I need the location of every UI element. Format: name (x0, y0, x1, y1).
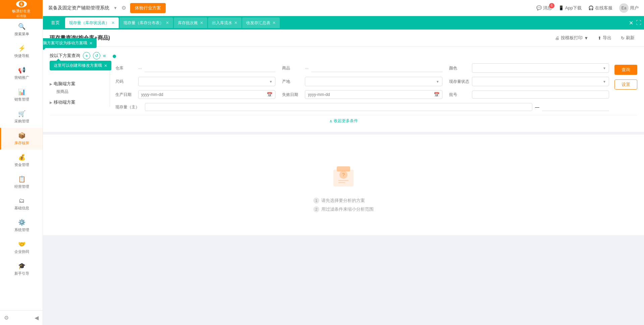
batch-input[interactable] (472, 91, 609, 99)
expire-date-input[interactable]: 📅 (305, 90, 442, 99)
system-title: 装备及固定资产辅助管理系统 (48, 5, 109, 11)
sidebar-item-operation[interactable]: 📋 经营管理 (0, 171, 43, 193)
sidebar-item-coop[interactable]: 🤝 企业协同 (0, 236, 43, 258)
sidebar-logo: 6 畅通好生意 标准版 (0, 0, 43, 19)
tab-inventory-status-close[interactable]: ✕ (111, 20, 115, 25)
tab-summary-close[interactable]: ✕ (272, 20, 276, 25)
sidebar-item-quick[interactable]: ⚡ 快捷导航 (0, 41, 43, 62)
product-value[interactable] (311, 64, 442, 72)
expire-date-field[interactable] (308, 92, 433, 97)
origin-select[interactable]: ▼ (305, 77, 442, 86)
tip-text-2: 用过滤条件来缩小分析范围 (321, 205, 374, 214)
collapse-sidebar-icon[interactable]: ◀ (35, 315, 39, 321)
tooltip2-text: 这里可以创建和修改方案哦 (54, 63, 102, 68)
svg-text:?: ? (342, 172, 345, 177)
size-select[interactable]: ▼ (138, 77, 275, 86)
tab-inout-flow[interactable]: 出入库流水 ✕ (208, 17, 241, 28)
sidebar-item-marketing[interactable]: 📢 营销推广 (0, 62, 43, 84)
sales-icon: 📊 (18, 88, 25, 96)
reset-button[interactable]: 设置 (614, 79, 637, 90)
stock-max-input[interactable] (542, 103, 609, 111)
export-button[interactable]: ⬆ 导出 (595, 34, 614, 42)
warehouse-value[interactable] (145, 64, 275, 72)
message-badge: 6 (549, 3, 554, 8)
filter-edit-button[interactable]: ↺ (93, 52, 100, 59)
basic-icon: 🗂 (19, 197, 25, 204)
user-label: 用户 (630, 5, 639, 11)
tab-inventory-dist[interactable]: 现存量（库存分布表） ✕ (119, 17, 173, 28)
collapse-up-icon: ∧ (329, 119, 332, 123)
expire-date-calendar-icon[interactable]: 📅 (434, 92, 439, 97)
stock-status-filter: 现存量状态 ▼ (449, 77, 609, 86)
sidebar-item-purchase[interactable]: 🛒 采购管理 (0, 106, 43, 128)
tab-inventory-status[interactable]: 现存量（库存状况表） ✕ (65, 17, 119, 28)
warehouse-dots[interactable]: ··· (138, 66, 142, 71)
sidebar-item-basic[interactable]: 🗂 基础信息 (0, 193, 43, 215)
online-service-button[interactable]: 🎧 在线客服 (588, 5, 612, 11)
produce-date-calendar-icon[interactable]: 📅 (267, 92, 272, 97)
settings-gear-icon[interactable]: ⚙ (4, 315, 9, 321)
header-settings-icon[interactable]: ⚙ (121, 5, 126, 11)
tooltip1-close[interactable]: ✕ (89, 41, 93, 46)
scheme-mobile-item[interactable]: ▶ 移动端方案 (50, 98, 106, 107)
produce-date-input[interactable]: 📅 (138, 90, 275, 99)
collapse-label: 收起更多条件 (334, 118, 358, 124)
filter-add-button[interactable]: + (83, 52, 90, 59)
color-dropdown-icon: ▼ (603, 66, 606, 70)
tab-inventory-dist-label: 现存量（库存分布表） (123, 20, 164, 26)
top-header: 装备及固定资产辅助管理系统 ▼ ⚙ 体验行业方案 💬 消息 6 📱 App下载 … (43, 0, 644, 16)
scheme-desktop-item[interactable]: ▶ 电脑端方案 (50, 79, 106, 88)
origin-dropdown-icon: ▼ (436, 80, 439, 84)
tab-close-all-icon[interactable]: ✕ (629, 20, 633, 26)
stock-min-input[interactable] (145, 103, 532, 111)
filter-fields: 仓库 ··· 商品 ··· 颜色 (115, 63, 609, 112)
header-right: 💬 消息 6 📱 App下载 🎧 在线客服 Ea 用户 (536, 3, 639, 13)
tooltip1-text: 电脑方案可设为移动方案哦 (43, 40, 87, 46)
trial-button[interactable]: 体验行业方案 (130, 3, 166, 13)
filter-row1: 仓库 ··· 商品 ··· 颜色 (115, 63, 609, 73)
tab-batch-ledger[interactable]: 库存批次账 ✕ (174, 17, 207, 28)
scheme-mobile-name: 移动端方案 (54, 99, 75, 105)
print-label: 按模板打印 (561, 35, 583, 41)
tab-inventory-dist-close[interactable]: ✕ (166, 20, 169, 25)
system-dropdown-icon[interactable]: ▼ (113, 6, 117, 10)
sidebar-item-sales[interactable]: 📊 销售管理 (0, 84, 43, 106)
size-dropdown-icon: ▼ (269, 80, 272, 84)
sidebar-item-system[interactable]: ⚙️ 系统管理 (0, 215, 43, 236)
produce-date-field[interactable] (141, 92, 267, 97)
tooltip-desktop-scheme: 电脑方案可设为移动方案哦 ✕ (43, 38, 97, 48)
tooltip2-close[interactable]: ✕ (104, 63, 107, 68)
empty-state: ? 1 请先选择要分析的方案 2 用过滤条件来缩小分析范围 (43, 134, 644, 235)
print-button[interactable]: 🖨 按模板打印 ▼ (552, 34, 591, 42)
app-download-button[interactable]: 📱 App下载 (558, 5, 582, 11)
message-button[interactable]: 💬 消息 6 (536, 5, 552, 11)
color-label: 颜色 (449, 65, 469, 71)
empty-tip-2: 2 用过滤条件来缩小分析范围 (313, 205, 374, 214)
tab-home[interactable]: 首页 (46, 16, 65, 30)
filter-row4: 现存量（主） — (115, 103, 609, 111)
user-menu[interactable]: Ea 用户 (619, 3, 639, 13)
tab-expand-icon[interactable]: ⛶ (636, 20, 641, 26)
sidebar-item-search[interactable]: 🔍 搜索菜单 (0, 19, 43, 41)
scheme-desktop-sub[interactable]: 按商品 (56, 88, 106, 95)
refresh-button[interactable]: ↻ 刷新 (618, 34, 637, 42)
scheme-tree: ▶ 电脑端方案 按商品 ▶ 移动端方案 (50, 79, 106, 107)
tab-batch-ledger-close[interactable]: ✕ (200, 20, 203, 25)
stock-status-select[interactable]: ▼ (472, 77, 609, 86)
sidebar-item-inventory[interactable]: 📦 库存核算 (0, 128, 43, 150)
connector-dot (113, 55, 116, 58)
product-dots[interactable]: ··· (305, 66, 309, 71)
headset-icon: 🎧 (588, 5, 594, 10)
tab-inout-flow-close[interactable]: ✕ (234, 20, 237, 25)
coop-icon: 🤝 (18, 240, 25, 248)
filter-arrow-left[interactable]: « (103, 53, 106, 59)
content-area: 现存量查询(按仓库+商品) 🖨 按模板打印 ▼ ⬆ 导出 ↻ 刷新 (43, 30, 644, 325)
sidebar-item-label-quick: 快捷导航 (14, 53, 29, 58)
color-select[interactable]: ▼ (472, 63, 609, 73)
collapse-bar[interactable]: ∧ 收起更多条件 (50, 115, 637, 126)
tab-summary[interactable]: 收发存汇总表 ✕ (242, 17, 280, 28)
query-button[interactable]: 查询 (614, 65, 637, 75)
sidebar-item-finance[interactable]: 💰 资金管理 (0, 150, 43, 171)
sidebar-item-guide[interactable]: 🎓 新手引导 (0, 258, 43, 280)
stock-status-label: 现存量状态 (449, 79, 469, 85)
